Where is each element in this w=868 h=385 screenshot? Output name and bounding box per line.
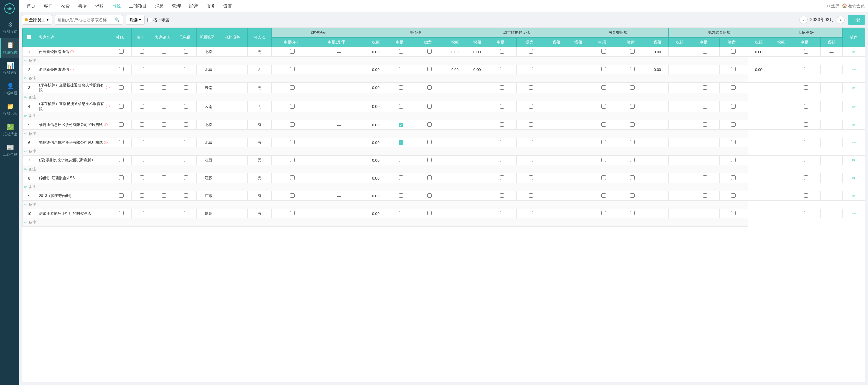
- row-jy-sb[interactable]: [589, 173, 618, 183]
- row-wanshu[interactable]: [176, 101, 197, 112]
- qingka-cb[interactable]: [140, 211, 144, 215]
- row-zzs-jf[interactable]: [415, 101, 444, 112]
- row-caibao-nian[interactable]: [272, 138, 313, 147]
- jy-sb-cb[interactable]: [601, 104, 606, 109]
- row-chaoshui[interactable]: [111, 138, 132, 147]
- row-df-jf[interactable]: [719, 209, 748, 218]
- row-wanshu[interactable]: [176, 209, 197, 218]
- row-queren[interactable]: [152, 120, 176, 130]
- nav-xiaoxi[interactable]: 消息: [151, 0, 168, 12]
- row-zzs-jf[interactable]: [415, 173, 444, 183]
- edit-button[interactable]: ✏: [852, 211, 856, 216]
- wanshu-cb[interactable]: [184, 193, 188, 198]
- yh-sb-cb[interactable]: [804, 158, 808, 162]
- row-caozuo[interactable]: ✏: [843, 120, 865, 130]
- row-caozuo[interactable]: ✏: [843, 209, 865, 218]
- edit-button[interactable]: ✏: [852, 104, 856, 109]
- row-jy-sb[interactable]: [589, 83, 618, 93]
- row-qingka[interactable]: [132, 209, 152, 218]
- row-zzs-sb[interactable]: [387, 65, 415, 74]
- note-edit-icon[interactable]: ✏: [24, 76, 27, 81]
- df-jf-cb[interactable]: [731, 158, 736, 162]
- row-zzs-sb[interactable]: [387, 47, 415, 57]
- edit-button[interactable]: ✏: [852, 49, 856, 54]
- row-qingka[interactable]: [132, 120, 152, 130]
- df-sb-cb[interactable]: [703, 49, 707, 54]
- row-yh-sb[interactable]: [792, 83, 821, 93]
- qingka-cb[interactable]: [140, 67, 144, 71]
- row-df-jf[interactable]: [719, 83, 748, 93]
- note-edit-icon[interactable]: ✏: [24, 202, 27, 207]
- sidebar-item-baoshuijilu[interactable]: 📁 报税记录: [0, 99, 19, 119]
- queren-cb[interactable]: [162, 49, 166, 54]
- caibao-nian-cb[interactable]: [290, 193, 295, 198]
- chaoshui-cb[interactable]: [119, 211, 124, 215]
- df-sb-cb[interactable]: [703, 85, 707, 90]
- yh-sb-cb[interactable]: [804, 122, 808, 127]
- row-cs-sb[interactable]: [488, 65, 517, 74]
- row-queren[interactable]: [152, 138, 176, 147]
- cs-jf-cb[interactable]: [529, 175, 533, 180]
- caibao-nian-cb[interactable]: [290, 67, 295, 71]
- row-queren[interactable]: [152, 65, 176, 74]
- row-df-jf[interactable]: [719, 47, 748, 57]
- queren-cb[interactable]: [162, 175, 166, 180]
- jy-sb-cb[interactable]: [601, 193, 606, 198]
- note-edit-icon[interactable]: ✏: [24, 95, 27, 100]
- zzs-sb-cb[interactable]: [399, 85, 403, 90]
- zzs-jf-cb[interactable]: [427, 158, 432, 162]
- jy-jf-cb[interactable]: [630, 104, 635, 109]
- wanshu-cb[interactable]: [184, 211, 188, 215]
- df-sb-cb[interactable]: [703, 158, 707, 162]
- sidebar-item-gongshangnianb[interactable]: 📰 工商年报: [0, 140, 19, 160]
- chaoshui-cb[interactable]: [119, 193, 124, 198]
- qingka-cb[interactable]: [140, 122, 144, 127]
- zzs-sb-cb[interactable]: [399, 211, 403, 215]
- cs-jf-cb[interactable]: [529, 122, 533, 127]
- row-zzs-jf[interactable]: [415, 209, 444, 218]
- row-caozuo[interactable]: ✏: [843, 83, 865, 93]
- sidebar-item-piliangshuishu[interactable]: 📋 批量报税: [0, 38, 19, 58]
- row-yh-sb[interactable]: [792, 65, 821, 74]
- row-jy-jf[interactable]: [618, 191, 646, 201]
- df-sb-cb[interactable]: [703, 104, 707, 109]
- row-caibao-nian[interactable]: [272, 120, 313, 130]
- row-qingka[interactable]: [132, 156, 152, 165]
- row-caibao-nian[interactable]: [272, 101, 313, 112]
- row-wanshu[interactable]: [176, 138, 197, 147]
- row-df-sb[interactable]: [691, 47, 720, 57]
- row-caibao-nian[interactable]: [272, 173, 313, 183]
- row-df-sb[interactable]: [691, 83, 720, 93]
- row-zzs-jf[interactable]: [415, 138, 444, 147]
- row-jy-sb[interactable]: [589, 209, 618, 218]
- chaoshui-cb[interactable]: [119, 158, 124, 162]
- row-zzs-sb[interactable]: ✓: [387, 138, 415, 147]
- next-month-btn[interactable]: ›: [837, 16, 845, 24]
- row-cs-jf[interactable]: [517, 209, 545, 218]
- jy-jf-cb[interactable]: [630, 49, 635, 54]
- row-chaoshui[interactable]: [111, 83, 132, 93]
- nav-gongshang[interactable]: 工商项目: [125, 0, 151, 12]
- zzs-jf-cb[interactable]: [427, 49, 432, 54]
- row-jy-jf[interactable]: [618, 156, 646, 165]
- queren-cb[interactable]: [162, 85, 166, 90]
- row-cs-sb[interactable]: [488, 156, 517, 165]
- df-jf-cb[interactable]: [731, 67, 736, 71]
- row-cs-jf[interactable]: [517, 65, 545, 74]
- wanshu-cb[interactable]: [184, 140, 188, 144]
- row-df-jf[interactable]: [719, 138, 748, 147]
- caibao-nian-cb[interactable]: [290, 211, 295, 215]
- qingka-cb[interactable]: [140, 193, 144, 198]
- row-queren[interactable]: [152, 173, 176, 183]
- cs-sb-cb[interactable]: [500, 158, 504, 162]
- row-df-jf[interactable]: [719, 120, 748, 130]
- df-sb-cb[interactable]: [703, 67, 707, 71]
- nav-piaoju[interactable]: 票据: [74, 0, 91, 12]
- row-jy-jf[interactable]: [618, 209, 646, 218]
- row-cs-jf[interactable]: [517, 101, 545, 112]
- df-sb-cb[interactable]: [703, 193, 707, 198]
- row-jy-jf[interactable]: [618, 65, 646, 74]
- cs-jf-cb[interactable]: [529, 104, 533, 109]
- row-caibao-nian[interactable]: [272, 47, 313, 57]
- note-edit-icon[interactable]: ✏: [24, 220, 27, 225]
